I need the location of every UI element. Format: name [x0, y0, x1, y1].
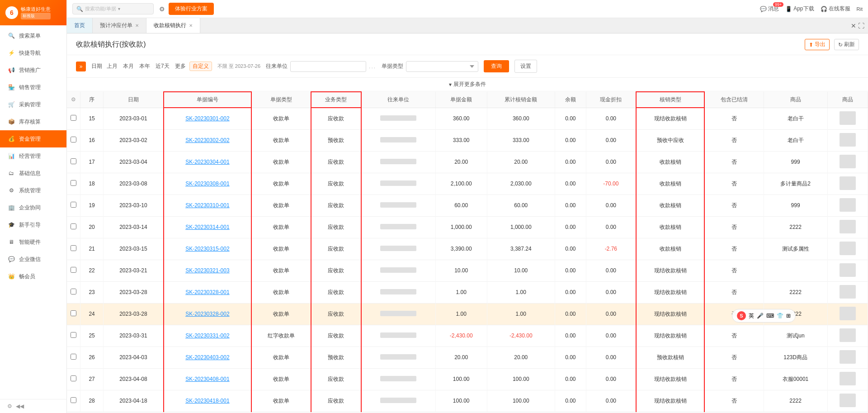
cell-checkbox[interactable] [67, 108, 80, 129]
cell-checkbox[interactable] [67, 260, 80, 281]
app-download-button[interactable]: 📱 App下载 [785, 5, 814, 13]
sidebar-item-search[interactable]: 🔍 搜索菜单 [0, 27, 66, 44]
service-label: 在线客服 [829, 5, 850, 13]
col-settings[interactable]: ⚙ [67, 92, 80, 108]
cell-discount: -70.00 [586, 173, 636, 195]
cell-doc-no[interactable]: SK-20230310-001 [164, 195, 252, 216]
cell-include-cleared: 否 [704, 260, 764, 281]
date-opt-last-month[interactable]: 上月 [105, 62, 119, 71]
settings-button[interactable]: 设置 [514, 60, 537, 73]
tab-collection[interactable]: 收款核销执行 ✕ [146, 18, 200, 33]
cell-doc-no[interactable]: SK-20230331-002 [164, 325, 252, 347]
sidebar-item-marketing[interactable]: 📢 营销推广 [0, 62, 66, 79]
tab-home[interactable]: 首页 [67, 18, 93, 33]
messages-button[interactable]: 💬 消息 99+ [760, 5, 779, 13]
col-biz-type[interactable]: 业务类型 [311, 92, 361, 108]
cell-doc-no[interactable]: SK-20230408-001 [164, 368, 252, 390]
topbar-search[interactable]: 🔍 搜索功能/单据 ▾ [72, 3, 154, 14]
cell-doc-no[interactable]: SK-20230403-002 [164, 347, 252, 368]
refresh-button[interactable]: ↻ 刷新 [834, 39, 859, 50]
cell-checkbox[interactable] [67, 347, 80, 368]
cell-partner [361, 238, 435, 260]
sidebar-item-member[interactable]: 👑 畅会员 [0, 268, 66, 285]
cell-goods [764, 260, 827, 281]
sidebar-item-basic[interactable]: 🗂 基础信息 [0, 165, 66, 182]
sidebar-item-sales[interactable]: 🏪 销售管理 [0, 79, 66, 96]
cell-doc-no[interactable]: SK-20230302-002 [164, 129, 252, 151]
sidebar-item-inventory[interactable]: 📦 库存核算 [0, 113, 66, 130]
doctype-select[interactable]: 收款单 红字收款单 [406, 61, 478, 72]
tab-payable[interactable]: 预计冲应付单 ✕ [93, 18, 146, 33]
cell-checkbox[interactable] [67, 238, 80, 260]
cell-checkbox[interactable] [67, 129, 80, 151]
service-button[interactable]: 🎧 在线客服 [821, 5, 850, 13]
maximize-icon[interactable]: ⛶ [858, 22, 864, 29]
partner-input[interactable] [290, 61, 366, 72]
sidebar-label-quick: 快捷导航 [19, 49, 41, 57]
expand-filter-btn[interactable]: ▾ 展开更多条件 [67, 78, 868, 91]
cell-doc-no[interactable]: SK-20230418-001 [164, 390, 252, 412]
col-writeoff-type[interactable]: 核销类型 [636, 92, 705, 108]
filter-toggle-btn[interactable]: » [76, 62, 86, 71]
date-opt-this-year[interactable]: 本年 [137, 62, 152, 71]
sidebar-item-finance[interactable]: 💰 资金管理 [0, 130, 66, 147]
solution-button[interactable]: 体验行业方案 [169, 3, 214, 15]
cell-goods: 2222 [764, 216, 827, 238]
col-gear-icon[interactable]: ⚙ [71, 96, 76, 103]
export-button[interactable]: ⬆ 导出 [805, 39, 830, 50]
cell-doc-no[interactable]: SK-20230308-001 [164, 173, 252, 195]
topbar-gear-icon[interactable]: ⚙ [159, 5, 165, 13]
col-doc-no[interactable]: 单据编号 [164, 92, 252, 108]
cell-discount: 0.00 [586, 390, 636, 412]
sidebar-label-member: 畅会员 [19, 273, 35, 280]
user-name[interactable]: Rit [857, 6, 863, 12]
cell-checkbox[interactable] [67, 173, 80, 195]
cell-doc-no[interactable]: SK-20230304-001 [164, 151, 252, 173]
cell-doc-no[interactable]: SK-20230328-001 [164, 281, 252, 303]
date-opt-more[interactable]: 更多 [173, 62, 188, 71]
cell-doc-no[interactable]: SK-20230328-002 [164, 303, 252, 325]
cell-checkbox[interactable] [67, 368, 80, 390]
keyboard-icon[interactable]: ⌨ [766, 313, 774, 319]
table-header-row: ⚙ 序 日期 单据编号 单据类型 业务类型 往来单位 单据金额 累计核销金额 余… [67, 92, 868, 108]
settings-icon[interactable]: ⚙ [7, 403, 12, 409]
sidebar-item-wechat[interactable]: 💬 企业微信 [0, 251, 66, 268]
cell-doc-no[interactable]: SK-20230301-002 [164, 108, 252, 129]
cell-checkbox[interactable] [67, 303, 80, 325]
grid-icon[interactable]: ⊞ [786, 313, 791, 319]
tab-payable-close[interactable]: ✕ [135, 23, 139, 28]
close-tab-icon[interactable]: ✕ [851, 22, 856, 29]
cell-goods2 [827, 108, 868, 129]
query-button[interactable]: 查询 [484, 60, 509, 72]
cell-doc-no[interactable]: SK-20230315-002 [164, 238, 252, 260]
cell-biz-type: 应收款 [311, 151, 361, 173]
cell-biz-type: 应收款 [311, 173, 361, 195]
cell-include-cleared: 否 [704, 173, 764, 195]
sidebar-item-purchase[interactable]: 🛒 采购管理 [0, 96, 66, 113]
sidebar-item-enterprise[interactable]: 🏢 企业协同 [0, 199, 66, 216]
collapse-icon[interactable]: ◀◀ [16, 403, 24, 409]
tab-collection-close[interactable]: ✕ [189, 23, 193, 28]
headset-icon: 🎧 [821, 6, 827, 12]
shirt-icon[interactable]: 👕 [777, 313, 783, 319]
cell-amount: 100.00 [435, 390, 487, 412]
sidebar-item-guide[interactable]: 🎓 新手引导 [0, 216, 66, 233]
date-custom-btn[interactable]: 自定义 [189, 62, 212, 71]
cell-doc-no[interactable]: SK-20230321-003 [164, 260, 252, 281]
sidebar-item-operations[interactable]: 📊 经营管理 [0, 147, 66, 165]
cell-checkbox[interactable] [67, 325, 80, 347]
cell-checkbox[interactable] [67, 151, 80, 173]
cell-checkbox[interactable] [67, 195, 80, 216]
sidebar-item-quick[interactable]: ⚡ 快捷导航 [0, 44, 66, 62]
sidebar-item-system[interactable]: ⚙ 系统管理 [0, 182, 66, 199]
cell-doc-no[interactable]: SK-20230314-001 [164, 216, 252, 238]
cell-checkbox[interactable] [67, 216, 80, 238]
cell-checkbox[interactable] [67, 281, 80, 303]
date-opt-this-month[interactable]: 本月 [121, 62, 136, 71]
date-opt-7days[interactable]: 近7天 [154, 62, 171, 71]
sidebar-item-hardware[interactable]: 🖥 智能硬件 [0, 233, 66, 251]
mic-icon[interactable]: 🎤 [757, 313, 764, 319]
cell-date: 2023-03-28 [104, 303, 164, 325]
col-written-off: 累计核销金额 [487, 92, 555, 108]
cell-checkbox[interactable] [67, 390, 80, 412]
